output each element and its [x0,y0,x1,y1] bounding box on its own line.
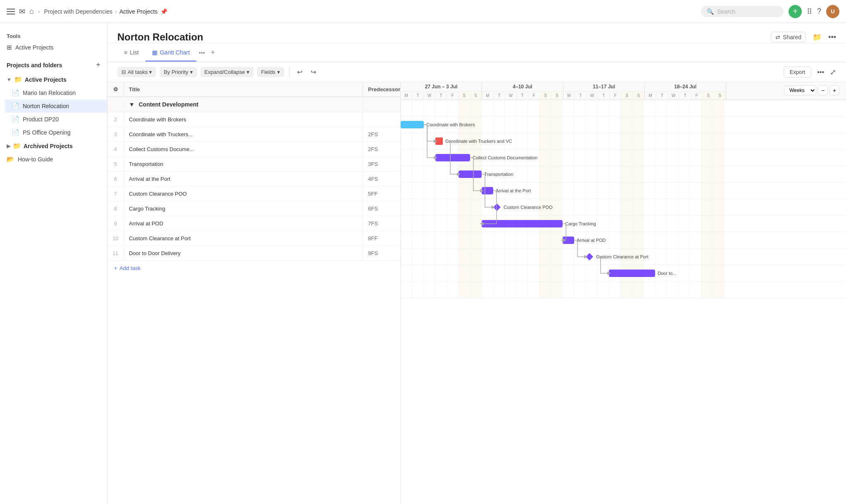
table-row: 11 Door to Door Delivery 9FS [107,246,400,261]
gantt-row [401,282,846,298]
more-options-button[interactable]: ••• [828,33,836,42]
table-row: 7 Custom Clearance POO 5FF [107,187,400,201]
period-label-3: 11–17 Jul [563,82,644,92]
table-row: 8 Cargo Tracking 6FS [107,201,400,216]
top-nav: ✉ ⌂ › Project with Dependencies › Active… [0,0,846,23]
fields-dropdown-icon: ▾ [277,69,280,75]
breadcrumb-active[interactable]: Active Projects [119,8,158,15]
folder-icon: 📁 [14,76,22,83]
priority-dropdown-icon: ▾ [190,69,193,75]
all-tasks-button[interactable]: ⊟ All tasks ▾ [117,67,156,77]
add-task-row[interactable]: + Add task [107,261,400,275]
doc-icon-product: 📄 [12,116,19,123]
gantt-row [401,265,846,282]
table-row: 4 Collect Customs Docume... 2FS [107,142,400,157]
sidebar-item-mario[interactable]: 📄 Mario Ian Relocation [5,86,107,99]
table-row-group: ▼ Content Development [107,97,400,112]
period-days-4: M T W T F S S [645,92,726,99]
archived-projects-group[interactable]: ▶ 📁 Archived Projects [0,139,107,153]
table-row: 3 Coordinate with Truckers... 2FS [107,127,400,142]
tab-add-button[interactable]: + [207,43,219,62]
active-projects-group[interactable]: ▼ 📁 Active Projects [0,73,107,86]
gantt-row [401,100,846,116]
gantt-row [401,215,846,232]
main-content: Norton Relocation ⇄ Shared 📁 ••• ≡ List … [107,23,846,504]
gantt-row [401,166,846,182]
projects-and-folders-header: Projects and folders + [0,57,107,73]
home-icon[interactable]: ⌂ [29,7,34,16]
gantt-body: Coordinate with BrokersCoordinate with T… [401,100,846,298]
grid-icon[interactable]: ⠿ [807,7,812,16]
active-projects-group-label: Active Projects [25,76,67,83]
archived-folder-icon: 📁 [13,142,21,150]
by-priority-button[interactable]: By Priority ▾ [159,67,197,77]
chevron-down-icon: ▼ [7,77,12,83]
breadcrumb-project[interactable]: Project with Dependencies [44,8,113,15]
weeks-select[interactable]: Weeks Days Months [784,85,816,95]
table-icon: ⊞ [7,44,12,51]
settings-cell[interactable]: ⚙ [107,82,124,97]
dropdown-icon: ▾ [149,69,152,75]
mail-icon[interactable]: ✉ [19,7,25,16]
task-table-header: ⚙ Title Predecessors [107,82,400,97]
pin-icon[interactable]: 📌 [160,8,167,15]
expand-collapse-button[interactable]: Expand/Collapse ▾ [200,67,254,77]
gantt-row [401,116,846,133]
projects-folders-label: Projects and folders [7,62,96,69]
tab-gantt[interactable]: ▦ Gantt Chart [145,44,196,62]
sidebar-item-norton[interactable]: 📄 Norton Relocation [5,99,107,113]
avatar[interactable]: U [826,5,839,18]
fullscreen-button[interactable]: ⤢ [830,68,836,77]
gantt-row [401,248,846,265]
chevron-right-icon: ▶ [7,143,10,149]
hamburger-icon[interactable] [7,9,15,14]
zoom-in-button[interactable]: + [829,85,839,95]
active-projects-children: 📄 Mario Ian Relocation 📄 Norton Relocati… [0,86,107,139]
group-toggle[interactable]: ▼ [129,101,135,108]
zoom-out-button[interactable]: − [818,85,828,95]
period-days-2: M T W T F S S [482,92,563,99]
predecessors-header: Predecessors [363,82,400,97]
shared-label: Shared [783,34,801,40]
help-icon[interactable]: ? [817,7,821,16]
undo-button[interactable]: ↩ [295,66,305,78]
howto-icon: 📂 [7,156,14,163]
redo-button[interactable]: ↪ [308,66,318,78]
gantt-row [401,199,846,215]
table-row: 9 Arrival at POD 7FS [107,216,400,231]
folder-button[interactable]: 📁 [813,33,822,42]
period-label-4: 18–24 Jul [645,82,726,92]
gantt-row [401,149,846,166]
fields-button[interactable]: Fields ▾ [257,67,284,77]
period-days-3: M T W T F S S [563,92,644,99]
add-button[interactable]: + [789,5,802,18]
sidebar-item-howto[interactable]: 📂 How-to Guide [0,153,107,166]
gantt-header: 27 Jun – 3 Jul M T W T F S S [401,82,846,100]
add-task-icon: + [114,265,117,271]
tabs-bar: ≡ List ▦ Gantt Chart ••• + [107,43,846,62]
list-icon: ≡ [124,49,127,56]
project-title: Norton Relocation [117,31,203,43]
top-nav-left: ✉ ⌂ › Project with Dependencies › Active… [7,7,697,16]
shared-button[interactable]: ⇄ Shared [771,32,806,43]
toolbar: ⊟ All tasks ▾ By Priority ▾ Expand/Colla… [107,62,846,82]
search-icon: 🔍 [707,8,714,15]
gantt-icon: ▦ [152,49,157,56]
sidebar-item-product[interactable]: 📄 Product DP20 [5,113,107,126]
sidebar: Tools ⊞ Active Projects Projects and fol… [0,23,107,504]
search-bar[interactable]: 🔍 Search [701,6,784,17]
gantt-row [401,133,846,149]
add-project-button[interactable]: + [96,61,100,69]
sidebar-item-active-projects-tool[interactable]: ⊞ Active Projects [0,41,107,54]
howto-label: How-to Guide [18,156,53,163]
share-icon: ⇄ [775,34,780,40]
more-toolbar-button[interactable]: ••• [815,67,827,78]
tab-list[interactable]: ≡ List [117,44,145,62]
title-header: Title [124,82,363,97]
export-button[interactable]: Export [784,66,812,78]
sidebar-item-ps-office[interactable]: 📄 PS Office Opening [5,126,107,139]
table-row: 6 Arrival at the Port 4FS [107,172,400,187]
tab-more-button[interactable]: ••• [196,45,207,61]
project-header: Norton Relocation ⇄ Shared 📁 ••• [107,23,846,43]
project-header-right: ⇄ Shared 📁 ••• [771,32,836,43]
